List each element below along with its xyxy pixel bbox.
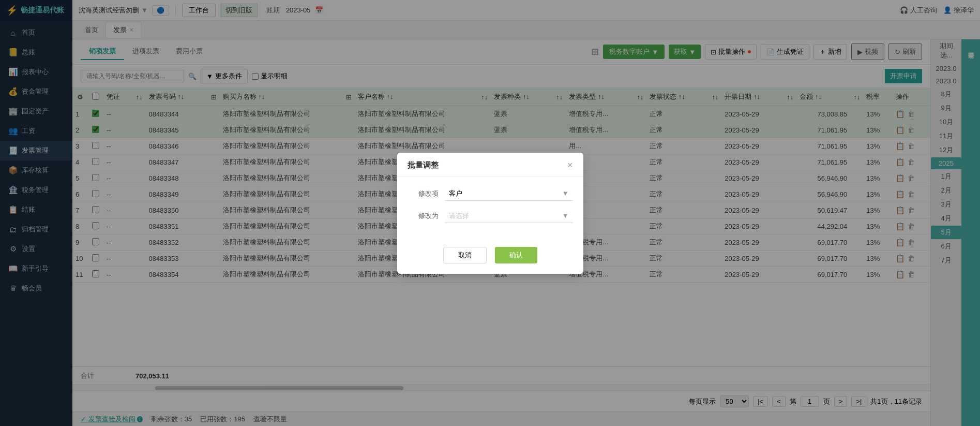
batch-adjust-modal: 批量调整 × 修改项 客户 ▼ 修改为 请选择 ▼ 取消 确认 — [397, 153, 583, 274]
modal-footer: 取消 确认 — [397, 242, 583, 274]
modal-header: 批量调整 × — [397, 153, 583, 177]
modal-close-btn[interactable]: × — [567, 160, 573, 171]
modify-to-label: 修改为 — [408, 211, 439, 221]
modal-title: 批量调整 — [408, 160, 439, 170]
modify-field-value: 客户 — [449, 189, 462, 198]
modal-body: 修改项 客户 ▼ 修改为 请选择 ▼ — [397, 177, 583, 242]
modify-to-placeholder: 请选择 — [449, 211, 469, 221]
modal-confirm-btn[interactable]: 确认 — [495, 247, 537, 263]
modify-field-select[interactable]: 客户 ▼ — [445, 187, 573, 201]
modify-field-label: 修改项 — [408, 189, 439, 198]
modify-to-row: 修改为 请选择 ▼ — [408, 209, 573, 223]
field-dropdown-icon: ▼ — [562, 189, 569, 197]
to-dropdown-icon: ▼ — [562, 212, 569, 219]
modify-field-row: 修改项 客户 ▼ — [408, 187, 573, 201]
modify-to-select[interactable]: 请选择 ▼ — [445, 209, 573, 223]
modal-overlay[interactable]: 批量调整 × 修改项 客户 ▼ 修改为 请选择 ▼ 取消 确认 — [0, 0, 980, 426]
modal-cancel-btn[interactable]: 取消 — [443, 247, 487, 263]
